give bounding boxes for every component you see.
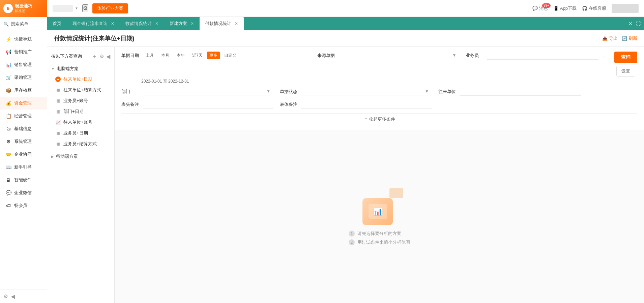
collapse-scheme-btn[interactable]: ◀ <box>106 53 110 60</box>
empty-box: 📊 <box>362 198 393 225</box>
export-label: 导出 <box>609 35 618 41</box>
sidebar-item-label-enterprise: 企业协同 <box>14 151 32 157</box>
tab-close-bank-flow[interactable]: ✕ <box>111 21 114 26</box>
scheme-item-partner-account[interactable]: 📈往来单位+账号 <box>51 117 114 128</box>
sidebar-item-label-finance: 资金管理 <box>14 100 32 106</box>
close-window-btn[interactable]: ✕ <box>628 21 633 26</box>
add-scheme-btn[interactable]: ＋ <box>91 52 97 60</box>
sidebar-item-basic[interactable]: 🗂基础信息 <box>0 122 47 135</box>
date-option-5[interactable]: 自定义 <box>221 52 239 59</box>
scheme-item-label-partner-date: 往来单位+日期 <box>63 76 92 82</box>
user-dropdown-chevron[interactable]: ▼ <box>75 6 78 10</box>
maximize-window-btn[interactable]: ⛶ <box>636 21 641 26</box>
app-download-btn[interactable]: 📱 App下载 <box>553 5 577 11</box>
scheme-item-partner-date[interactable]: ●往来单位+日期 <box>51 74 114 85</box>
message-btn[interactable]: 💬 消息 99+ <box>532 5 548 11</box>
filter-settings-button[interactable]: 设置 <box>616 66 635 77</box>
sidebar-search-area: 🔍 搜索菜单 <box>0 17 47 31</box>
tab-close-payment-stat[interactable]: ✕ <box>235 21 238 26</box>
tab-home[interactable]: 首页 <box>47 17 67 30</box>
partner-dots[interactable]: ... <box>584 89 590 94</box>
sidebar-item-hardware[interactable]: 🖥智能硬件 <box>0 174 47 186</box>
sidebar-item-label-operation: 经营管理 <box>14 113 32 119</box>
collapse-conditions-btn[interactable]: ⌃ 收起更多条件 <box>121 113 637 125</box>
search-menu-button[interactable]: 🔍 搜索菜单 <box>3 20 43 28</box>
sidebar-item-marketing[interactable]: 📢营销推广 <box>0 46 47 58</box>
date-option-1[interactable]: 本月 <box>158 52 172 59</box>
scheme-settings-btn[interactable]: ⚙ <box>99 53 104 60</box>
headset-icon: 🎧 <box>582 6 587 11</box>
section-label-mobile: 移动端方案 <box>56 153 78 159</box>
staff-input[interactable] <box>487 52 598 60</box>
step-2-num: 2 <box>349 239 355 245</box>
staff-dots[interactable]: ... <box>601 53 608 58</box>
refresh-label: 刷新 <box>628 35 637 41</box>
scheme-item-dept-date[interactable]: ▦部门+日期 <box>51 106 114 117</box>
export-icon: 📤 <box>602 36 608 41</box>
dept-select[interactable]: ▼ <box>143 88 273 95</box>
enterprise-icon: 🤝 <box>5 151 11 157</box>
scheme-item-partner-settlement[interactable]: ▦往来单位+结算方式 <box>51 85 114 95</box>
right-content: 单据日期 上月本月本年近7天更多自定义 来源单据 ▼ 业务员 ... <box>115 47 644 303</box>
scheme-section-title-mobile[interactable]: ▶移动端方案 <box>47 151 114 161</box>
scheme-header-buttons: ＋ ⚙ ◀ <box>91 52 110 60</box>
sidebar-item-finance[interactable]: 💰资金管理 <box>0 97 47 110</box>
tab-new-scheme[interactable]: 新建方案✕ <box>164 17 200 30</box>
sidebar-item-wechat[interactable]: 💬企业微信 <box>0 186 47 199</box>
scheme-sections: ▼电脑端方案●往来单位+日期▦往来单位+结算方式▦业务员+账号▦部门+日期📈往来… <box>47 64 114 161</box>
filter-row-3: 表头备注 表体备注 <box>121 100 637 109</box>
header-note-input[interactable] <box>143 100 273 109</box>
source-voucher-label: 来源单据 <box>317 53 336 59</box>
sidebar-item-inventory[interactable]: 📦库存核算 <box>0 84 47 97</box>
sidebar-item-system[interactable]: ⚙系统管理 <box>0 135 47 148</box>
query-button[interactable]: 查询 <box>614 52 637 63</box>
hardware-icon: 🖥 <box>5 177 11 183</box>
app-icon: 📱 <box>553 6 559 11</box>
voucher-status-field: 单据状态 ▼ <box>280 88 432 95</box>
scheme-item-label-dept-date: 部门+日期 <box>63 109 84 115</box>
tab-bank-flow[interactable]: 现金银行流水查询✕ <box>67 17 120 30</box>
scheme-item-icon-staff-account: ▦ <box>55 98 61 103</box>
date-option-0[interactable]: 上月 <box>143 52 157 59</box>
sidebar-item-sales[interactable]: 📊销售管理 <box>0 58 47 71</box>
tab-collection-stat[interactable]: 收款情况统计✕ <box>120 17 164 30</box>
topbar-settings-button[interactable]: ⚙ <box>82 4 88 12</box>
scheme-item-staff-date[interactable]: ▦业务员+日期 <box>51 128 114 139</box>
export-button[interactable]: 📤 导出 <box>602 35 618 41</box>
sidebar-item-vip[interactable]: 🏷畅会员 <box>0 199 47 212</box>
sidebar-item-operation[interactable]: 📋经营管理 <box>0 110 47 122</box>
header-note-label: 表头备注 <box>121 101 140 108</box>
date-option-4[interactable]: 更多 <box>207 52 220 59</box>
sidebar-item-label-basic: 基础信息 <box>14 126 32 132</box>
sidebar-item-label-guide: 新手引导 <box>14 164 32 170</box>
date-option-3[interactable]: 近7天 <box>189 52 206 59</box>
sidebar: 6 畅捷通巧 标准版 🔍 搜索菜单 ⚡快捷导航📢营销推广📊销售管理🛒采购管理📦库… <box>0 0 47 303</box>
sidebar-item-purchase[interactable]: 🛒采购管理 <box>0 71 47 84</box>
settings-bottom-icon[interactable]: ⚙ <box>3 293 8 300</box>
source-voucher-select[interactable]: ▼ <box>339 52 459 59</box>
sidebar-item-label-sales: 销售管理 <box>14 62 32 68</box>
scheme-section-title-desktop[interactable]: ▼电脑端方案 <box>47 64 114 74</box>
voucher-status-select[interactable]: ▼ <box>301 88 432 95</box>
user-avatar[interactable] <box>612 4 639 13</box>
tab-label-collection-stat: 收款情况统计 <box>125 21 152 27</box>
section-chevron-mobile: ▶ <box>51 155 54 158</box>
body-note-input[interactable] <box>301 100 432 109</box>
trial-btn[interactable]: 体验行业方案 <box>92 3 128 13</box>
collapse-sidebar-icon[interactable]: ◀ <box>11 293 15 300</box>
scheme-item-staff-settlement[interactable]: ▦业务员+结算方式 <box>51 139 114 149</box>
date-option-2[interactable]: 本年 <box>174 52 188 59</box>
tab-close-collection-stat[interactable]: ✕ <box>155 21 158 26</box>
scheme-item-staff-account[interactable]: ▦业务员+账号 <box>51 95 114 106</box>
sidebar-item-guide[interactable]: 📖新手引导 <box>0 161 47 174</box>
sidebar-item-quick-nav[interactable]: ⚡快捷导航 <box>0 33 47 46</box>
tab-payment-stat[interactable]: 付款情况统计✕ <box>200 17 244 30</box>
tab-close-new-scheme[interactable]: ✕ <box>191 21 194 26</box>
online-service-btn[interactable]: 🎧 在线客服 <box>582 5 606 11</box>
scheme-section-mobile: ▶移动端方案 <box>47 151 114 161</box>
partner-input[interactable] <box>460 88 581 96</box>
sidebar-item-enterprise[interactable]: 🤝企业协同 <box>0 148 47 161</box>
refresh-button[interactable]: 🔄 刷新 <box>622 35 637 41</box>
scheme-item-icon-partner-settlement: ▦ <box>55 87 61 93</box>
sidebar-nav: ⚡快捷导航📢营销推广📊销售管理🛒采购管理📦库存核算💰资金管理📋经营管理🗂基础信息… <box>0 31 47 290</box>
